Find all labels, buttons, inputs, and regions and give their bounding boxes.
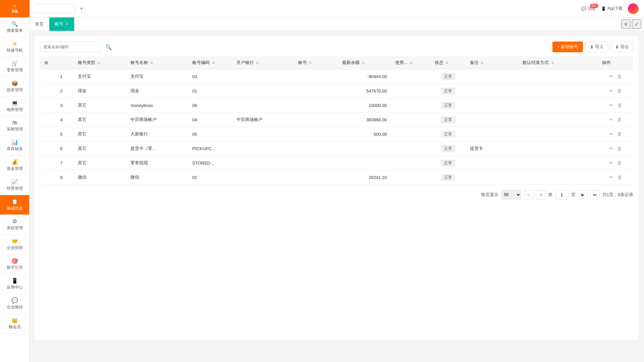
tab-account[interactable]: 账号 ✕ xyxy=(49,17,74,31)
edit-button[interactable]: ✏ xyxy=(608,73,615,80)
tab-home[interactable]: 首页 xyxy=(30,17,49,31)
quicknav-icon: ⚡ xyxy=(1,41,28,47)
collab-icon: 🤝 xyxy=(1,238,28,244)
sidebar-item-search[interactable]: 🔍 搜索菜单 xyxy=(0,17,29,37)
col-status-header[interactable]: 状态 ⇅ xyxy=(431,56,466,69)
col-bank-header[interactable]: 开户银行 ⇅ xyxy=(232,56,294,69)
top-search-input[interactable] xyxy=(35,4,75,13)
tab-account-close[interactable]: ✕ xyxy=(65,22,69,26)
table-row: 8 微信 微信 02 28241.10 正常 ✏ 🗑 xyxy=(40,170,633,185)
edit-button[interactable]: ✏ xyxy=(608,130,615,138)
delete-button[interactable]: 🗑 xyxy=(616,145,624,152)
row-remark xyxy=(466,69,519,84)
app-logo: 🔶 乐版 xyxy=(0,0,30,17)
edit-button[interactable]: ✏ xyxy=(608,102,615,109)
row-op: ✏ 🗑 xyxy=(598,156,633,170)
page-last-button[interactable]: ⏭ xyxy=(590,190,600,199)
row-settings xyxy=(40,170,56,185)
top-header: ▼ 💬 消息 99+ 📱 App下载 xyxy=(30,0,644,17)
col-balance-header[interactable]: 最新余额 ⇅ xyxy=(338,56,391,69)
col-account-header[interactable]: 账号 ⇅ xyxy=(294,56,338,69)
sidebar-item-system[interactable]: ⚙ 系统管理 xyxy=(0,215,29,235)
delete-button[interactable]: 🗑 xyxy=(616,116,624,123)
row-op: ✏ 🗑 xyxy=(598,141,633,156)
export-button[interactable]: ⬇ 导出 xyxy=(611,42,633,52)
sidebar-item-retail[interactable]: 🛒 零售管理 xyxy=(0,57,29,77)
edit-button[interactable]: ✏ xyxy=(608,87,615,95)
tab-close-all-button[interactable]: ✕ xyxy=(621,19,631,29)
row-code: 01 xyxy=(188,84,232,98)
sidebar-item-inventory[interactable]: 📊 库存核算 xyxy=(0,136,29,156)
app-download-button[interactable]: 📱 App下载 xyxy=(601,6,623,11)
edit-button[interactable]: ✏ xyxy=(608,145,615,152)
row-account xyxy=(294,156,338,170)
row-balance: 383866.00 xyxy=(338,113,391,127)
import-button[interactable]: ⬆ 导入 xyxy=(586,42,608,52)
delete-button[interactable]: 🗑 xyxy=(616,87,624,94)
row-name: 现金 xyxy=(126,84,188,98)
header-dropdown-icon[interactable]: ▼ xyxy=(79,6,84,11)
sidebar-item-guide[interactable]: 🎯 新手引导 xyxy=(0,254,29,274)
col-type-header[interactable]: 账号类型 ⇅ xyxy=(74,56,127,69)
sidebar-item-purchase[interactable]: 🛍 采购管理 xyxy=(0,116,29,136)
row-remark xyxy=(466,98,519,113)
page-label: 第 xyxy=(548,192,552,198)
sidebar-item-label: 系统管理 xyxy=(7,226,23,230)
delete-button[interactable]: 🗑 xyxy=(616,159,624,166)
tab-expand-button[interactable]: ⤢ xyxy=(632,19,641,29)
col-name-header[interactable]: 账号名称 ⇅ xyxy=(126,56,188,69)
delete-button[interactable]: 🗑 xyxy=(616,174,624,181)
sidebar-item-collab[interactable]: 🤝 企业协同 xyxy=(0,235,29,254)
search-input[interactable] xyxy=(40,42,101,52)
delete-button[interactable]: 🗑 xyxy=(616,102,624,109)
user-avatar[interactable] xyxy=(628,3,639,14)
row-settle xyxy=(519,69,598,84)
status-badge: 正常 xyxy=(441,160,455,167)
row-type: 支付宝 xyxy=(74,69,127,84)
row-settle xyxy=(519,141,598,156)
sidebar-item-wholesale[interactable]: 📦 批发管理 xyxy=(0,77,29,97)
page-first-button[interactable]: ⏮ xyxy=(524,190,533,199)
edit-button[interactable]: ✏ xyxy=(608,174,615,181)
search-button[interactable]: 🔍 xyxy=(103,42,114,52)
edit-button[interactable]: ✏ xyxy=(608,159,615,167)
col-code-header[interactable]: 账号编码 ⇅ xyxy=(188,56,232,69)
col-remark-header[interactable]: 备注 ⇅ xyxy=(466,56,519,69)
page-prev-button[interactable]: ◀ xyxy=(536,190,545,199)
status-badge: 正常 xyxy=(441,116,455,123)
delete-button[interactable]: 🗑 xyxy=(616,130,624,137)
sidebar-item-label: 库存核算 xyxy=(7,146,23,151)
edit-button[interactable]: ✏ xyxy=(608,116,615,123)
sidebar: 🔶 乐版 🔍 搜索菜单 ⚡ 快捷导航 🛒 零售管理 📦 批发管理 💻 电商管理 … xyxy=(0,0,30,362)
row-num: 4 xyxy=(56,113,74,127)
sidebar-item-vip[interactable]: 👑 畅会员 xyxy=(0,314,29,334)
col-settings[interactable]: ⚙ xyxy=(40,56,56,69)
delete-button[interactable]: 🗑 xyxy=(616,73,624,80)
table-row: 6 其它 提货卡（零... PICKUPC... 正常 提货卡 ✏ 🗑 xyxy=(40,141,633,156)
message-button[interactable]: 💬 消息 99+ xyxy=(581,6,596,11)
sidebar-item-quicknav[interactable]: ⚡ 快捷导航 xyxy=(0,37,29,57)
sidebar-item-ecommerce[interactable]: 💻 电商管理 xyxy=(0,97,29,116)
sidebar-item-operations[interactable]: 📈 经营管理 xyxy=(0,175,29,195)
row-usage xyxy=(391,84,431,98)
page-input[interactable] xyxy=(555,190,569,199)
page-size-select[interactable]: 50 20 100 xyxy=(501,190,521,199)
table-row: 4 其它 中百商场账户 04 中百商场账户 383866.00 正常 ✏ 🗑 xyxy=(40,113,633,127)
row-balance: 547670.00 xyxy=(338,84,391,98)
sidebar-item-finance[interactable]: 💰 资金管理 xyxy=(0,156,29,175)
operations-icon: 📈 xyxy=(1,179,28,185)
col-settle-header[interactable]: 默认结算方式 ⇅ xyxy=(519,56,598,69)
sidebar-item-basics[interactable]: 📋 基础信息 xyxy=(0,195,29,215)
sidebar-item-appcenter[interactable]: 📱 应用中心 xyxy=(0,274,29,294)
sidebar-item-wework[interactable]: 💬 企业微信 xyxy=(0,294,29,314)
search-area: 🔍 xyxy=(40,42,114,52)
row-account xyxy=(294,170,338,185)
row-name: 支付宝 xyxy=(126,69,188,84)
add-account-button[interactable]: + 新增账号 xyxy=(552,42,583,52)
row-remark xyxy=(466,156,519,170)
page-next-button[interactable]: ▶ xyxy=(578,190,588,199)
col-usage-header[interactable]: 使用... ⇅ xyxy=(391,56,431,69)
row-num: 8 xyxy=(56,170,74,185)
row-type: 其它 xyxy=(74,141,127,156)
sidebar-item-label: 采购管理 xyxy=(7,127,23,131)
